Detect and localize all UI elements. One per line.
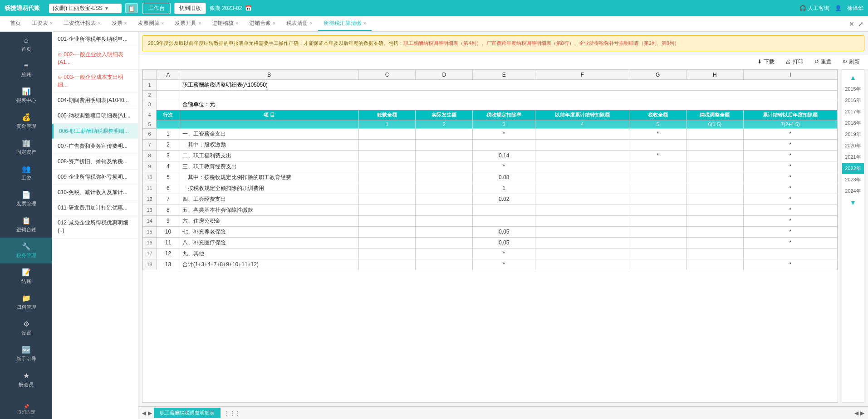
col-header-e: E xyxy=(473,70,535,79)
workspace-button[interactable]: 工作台 xyxy=(142,3,171,14)
ledger-icon: ≡ xyxy=(24,62,28,70)
year-2020[interactable]: 2020年 xyxy=(842,141,864,151)
sub-navigation: 001-企业所得税年度纳税申... 002-一般企业收入明细表(A1... 00… xyxy=(52,32,138,419)
tab-purchase-ledger[interactable]: 进销台账 × xyxy=(244,17,281,31)
sidebar-item-archive[interactable]: 📁 归档管理 xyxy=(0,289,52,315)
sidebar-item-guide[interactable]: 🆕 新手引导 xyxy=(0,341,52,367)
main-panel: 2019年度涉及取以前年度结转数据的申报表单元格需要手工操作正确，才能保证本年及… xyxy=(138,32,868,419)
sidebar-item-assets[interactable]: 🏢 固定资产 xyxy=(0,134,52,160)
year-down-arrow[interactable]: ▼ xyxy=(848,197,858,208)
tab-payroll-stats[interactable]: 工资统计报表 × xyxy=(58,17,106,31)
scroll-left-icon[interactable]: ◀ xyxy=(142,410,146,416)
col-header-i: I xyxy=(743,70,837,79)
sidebar-item-purchase[interactable]: 📋 进销台账 xyxy=(0,212,52,238)
close-icon[interactable]: × xyxy=(198,21,201,26)
year-2022[interactable]: 2022年 xyxy=(842,163,864,174)
sidebar-label-archive: 归档管理 xyxy=(16,304,36,311)
tab-invoice[interactable]: 发票 × xyxy=(106,17,132,31)
tab-purchase-check[interactable]: 进销稽核 × xyxy=(206,17,244,31)
reset-button[interactable]: ↺ 重置 xyxy=(812,57,834,67)
year-2023[interactable]: 2023年 xyxy=(842,175,864,185)
sidebar-item-tax[interactable]: 🔧 税务管理 xyxy=(0,238,52,263)
bottom-next-icon[interactable]: ▶ xyxy=(860,410,864,416)
sidebar-label-invoice: 发票管理 xyxy=(16,200,36,207)
sheet-title: 职工薪酬纳税调整明细表(A105050) xyxy=(180,79,837,90)
year-2018[interactable]: 2018年 xyxy=(842,118,864,128)
download-icon: ⬇ xyxy=(757,58,762,65)
sidebar-item-home[interactable]: ⌂ 首页 xyxy=(0,32,52,57)
sidebar-item-finance[interactable]: 💰 资金管理 xyxy=(0,108,52,134)
table-row: 10 5 其中：按税收规定比例扣除的职工教育经费 0.08 * xyxy=(143,172,838,183)
close-icon[interactable]: × xyxy=(50,21,53,26)
scroll-right-icon[interactable]: ▶ xyxy=(148,410,152,416)
subnav-002[interactable]: 002-一般企业收入明细表(A1... xyxy=(52,47,138,70)
company-selector[interactable]: (勿删) 江西殷宝-LSS ▼ xyxy=(49,4,122,13)
print-button[interactable]: 🖨 打印 xyxy=(783,57,806,67)
tab-tax-book[interactable]: 税表清册 × xyxy=(281,17,318,31)
tab-invoice-open[interactable]: 发票开具 × xyxy=(169,17,206,31)
download-button[interactable]: ⬇ 下载 xyxy=(755,57,777,67)
sidebar-label-finance: 资金管理 xyxy=(16,123,36,130)
refresh-button[interactable]: ↻ 刷新 xyxy=(840,57,863,67)
year-2015[interactable]: 2015年 xyxy=(842,84,864,94)
subnav-009[interactable]: 009-企业所得税弥补亏损明... xyxy=(52,170,138,185)
table-row: 8 3 二、职工福利费支出 0.14 * * xyxy=(143,150,838,161)
subnav-012[interactable]: 012-减免企业所得税优惠明细(..) xyxy=(52,215,138,239)
spreadsheet[interactable]: A B C D E F G H I xyxy=(142,69,838,403)
assets-icon: 🏢 xyxy=(22,139,31,147)
old-version-button[interactable]: 切到旧版 xyxy=(174,3,206,14)
sidebar-item-close[interactable]: 📝 结账 xyxy=(0,263,52,289)
tab-close-icon[interactable]: ✕ xyxy=(849,20,854,28)
subnav-005[interactable]: 005-纳税调整项目明细表(A1... xyxy=(52,108,138,124)
tab-income-tax[interactable]: 所得税汇算清缴 × xyxy=(318,17,372,31)
year-2016[interactable]: 2016年 xyxy=(842,95,864,106)
col-header-h: H xyxy=(687,70,744,79)
sidebar-label-tax: 税务管理 xyxy=(16,252,36,259)
close-icon[interactable]: × xyxy=(273,21,275,26)
sidebar-item-ledger[interactable]: ≡ 总账 xyxy=(0,57,52,83)
top-right: 🎧 人工客询 👤 徐泽华 xyxy=(799,5,863,12)
subnav-003[interactable]: 003-一般企业成本支出明细... xyxy=(52,70,138,93)
cancel-fixed-button[interactable]: 📌取消固定 xyxy=(0,400,52,419)
period-calendar-icon[interactable]: 📅 xyxy=(245,5,252,11)
username[interactable]: 徐泽华 xyxy=(847,5,863,12)
subnav-004[interactable]: 004-期间费用明细表(A1040... xyxy=(52,93,138,108)
bottom-tab-active[interactable]: 职工薪酬纳税调整明细表 xyxy=(154,408,221,418)
tab-payroll[interactable]: 工资表 × xyxy=(26,17,58,31)
bottom-prev-icon[interactable]: ◀ xyxy=(854,410,858,416)
service-button[interactable]: 🎧 人工客询 xyxy=(799,5,829,12)
close-icon[interactable]: × xyxy=(363,21,366,26)
tab-maximize-icon[interactable]: ⤢ xyxy=(858,20,863,28)
tab-menu-dots[interactable]: ⋮⋮⋮ xyxy=(224,410,240,416)
sidebar-item-payroll[interactable]: 👥 工资 xyxy=(0,160,52,186)
year-2024[interactable]: 2024年 xyxy=(842,186,864,196)
header-col-c: 账载全额 xyxy=(358,110,416,120)
sidebar-item-invoice-mgmt[interactable]: 📄 发票管理 xyxy=(0,186,52,212)
year-2017[interactable]: 2017年 xyxy=(842,107,864,117)
subnav-007[interactable]: 007-广告费和业务宣传费明... xyxy=(52,139,138,154)
sidebar-item-member[interactable]: ★ 畅会员 xyxy=(0,367,52,393)
year-2021[interactable]: 2021年 xyxy=(842,152,864,162)
close-icon[interactable]: × xyxy=(162,21,164,26)
subnav-008[interactable]: 008-资产折旧、摊销及纳税... xyxy=(52,154,138,170)
sidebar-item-reports[interactable]: 📊 报表中心 xyxy=(0,83,52,108)
close-icon[interactable]: × xyxy=(310,21,313,26)
subnav-010[interactable]: 010-免税、减计收入及加计... xyxy=(52,185,138,200)
tab-invoice-calc[interactable]: 发票测算 × xyxy=(132,17,170,31)
subnav-011[interactable]: 011-研发费用加计扣除优惠... xyxy=(52,200,138,216)
calendar-icon[interactable]: 📋 xyxy=(125,3,138,13)
year-2019[interactable]: 2019年 xyxy=(842,129,864,140)
close-icon[interactable]: × xyxy=(98,21,101,26)
subnav-001[interactable]: 001-企业所得税年度纳税申... xyxy=(52,32,138,47)
close-icon[interactable]: × xyxy=(124,21,127,26)
tab-home[interactable]: 首页 xyxy=(5,17,26,31)
sidebar-item-settings[interactable]: ⚙ 设置 xyxy=(0,315,52,341)
table-row: 12 7 四、工会经费支出 0.02 * xyxy=(143,194,838,205)
year-up-arrow[interactable]: ▲ xyxy=(848,72,858,83)
subnav-006[interactable]: 006-职工薪酬纳税调整明细... xyxy=(52,124,138,139)
table-row: 14 9 六、住房公积金 * xyxy=(143,215,838,226)
close-icon[interactable]: × xyxy=(235,21,238,26)
sub-header-7: 7(2+4-5) xyxy=(743,120,837,128)
sidebar-label-reports: 报表中心 xyxy=(16,97,36,104)
company-name: (勿删) 江西殷宝-LSS xyxy=(53,5,103,12)
